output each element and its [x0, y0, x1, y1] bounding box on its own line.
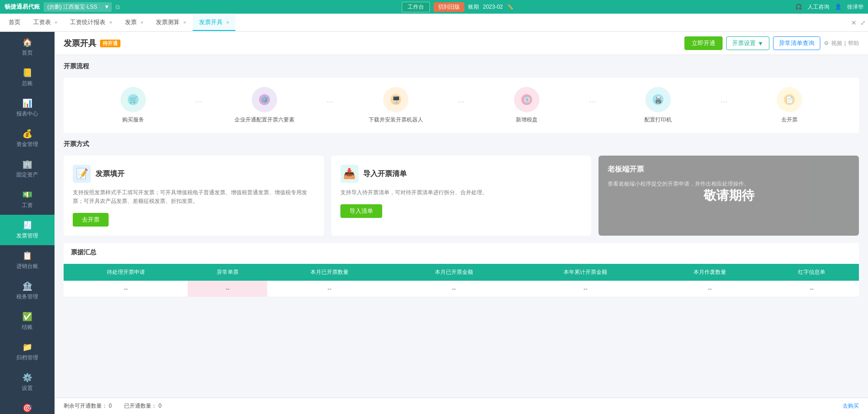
tab-invoice-tool-close[interactable]: ×	[226, 20, 229, 25]
tab-invoice[interactable]: 发票 ×	[119, 15, 150, 31]
copy-icon: ⧉	[115, 3, 120, 11]
cell-monthly-void: --	[655, 281, 765, 297]
period-edit-icon[interactable]: ✏️	[507, 4, 514, 10]
method-manual-title: 发票填开	[95, 169, 125, 179]
sidebar-item-settings[interactable]: ⚙️ 设置	[0, 367, 55, 398]
workspace-button[interactable]: 工作台	[402, 2, 430, 12]
company-selector[interactable]: (勿删) 江西服宝-LSS ▼	[44, 2, 112, 12]
sidebar-item-funds[interactable]: 💰 资金管理	[0, 123, 55, 154]
flow-arrow-1: ···	[195, 97, 202, 114]
sidebar-item-salary[interactable]: 💵 工资	[0, 184, 55, 215]
tab-salary-report[interactable]: 工资统计报表 ×	[64, 15, 118, 31]
used-label: 已开通数量：	[124, 403, 157, 409]
tab-home[interactable]: 首页	[2, 15, 27, 31]
summary-table: 待处理开票申请 异常单票 本月已开票数量 本月已开票金额 本年累计开票金额 本月…	[64, 264, 859, 297]
header-actions: 立即开通 开票设置 ▼ 异常清单查询 ⚙ 视频 | 帮助	[684, 36, 859, 50]
tab-salary-report-close[interactable]: ×	[109, 20, 112, 25]
buy-service-icon: 🛒	[120, 87, 146, 112]
main-layout: 🏠 首页 📒 总账 📊 报表中心 💰 资金管理 🏢 固定资产 💵 工资 🧾 发票…	[0, 32, 868, 414]
flow-arrow-2: ···	[327, 97, 334, 114]
guide-icon: 🎯	[22, 403, 32, 413]
top-bar: 畅捷通易代账 (勿删) 江西服宝-LSS ▼ ⧉ 工作台 切到旧版 账期 202…	[0, 0, 868, 14]
flow-step-download-robot: 🖥️ 下载并安装开票机器人	[335, 87, 456, 124]
archive-icon: 📁	[22, 342, 32, 352]
tab-bar: 首页 工资表 × 工资统计报表 × 发票 × 发票测算 × 发票开具 × ✕ ⤢	[0, 14, 868, 32]
customer-service-label[interactable]: 人工咨询	[808, 3, 829, 11]
help-views-label[interactable]: 视频	[831, 40, 842, 47]
flow-step-config-printer: 🖨️ 配置打印机	[598, 87, 718, 124]
sidebar-item-assets[interactable]: 🏢 固定资产	[0, 154, 55, 184]
sidebar-item-guide[interactable]: 🎯 新手引导	[0, 398, 55, 414]
add-taxdisk-label: 新增税盘	[516, 116, 538, 124]
col-monthly-count: 本月已开票数量	[267, 264, 391, 281]
buy-link[interactable]: 去购买	[843, 402, 859, 410]
tab-salary[interactable]: 工资表 ×	[27, 15, 64, 31]
coming-soon-label: 敬请期待	[703, 187, 754, 204]
home-icon: 🏠	[22, 37, 32, 47]
tab-invoice-calc[interactable]: 发票测算 ×	[150, 15, 192, 31]
flow-arrow-5: ···	[720, 97, 727, 114]
page-content: 开票流程 🛒 购买服务 ··· ⚙️ 企业开通配置开票六要素 ···	[55, 55, 868, 398]
tab-salary-close[interactable]: ×	[55, 20, 57, 25]
cell-pending: --	[64, 281, 188, 297]
sidebar-item-reports[interactable]: 📊 报表中心	[0, 93, 55, 123]
sidebar-item-reconcile[interactable]: ✅ 结账	[0, 306, 55, 337]
tax-mgmt-icon: 🏦	[22, 281, 32, 291]
col-monthly-void: 本月作废数量	[655, 264, 765, 281]
flow-step-add-taxdisk: 💿 新增税盘	[467, 87, 588, 124]
page-header: 发票开具 待开通 立即开通 开票设置 ▼ 异常清单查询 ⚙ 视频 | 帮助	[55, 32, 868, 55]
svg-text:🖥️: 🖥️	[392, 96, 400, 104]
flow-step-open-invoice: 📄 去开票	[729, 87, 850, 124]
sidebar-item-invoice-mgmt[interactable]: 🧾 发票管理	[0, 215, 55, 245]
purchase-sales-icon: 📋	[22, 251, 32, 261]
period-label: 账期	[468, 3, 479, 11]
top-bar-right: 🎧 人工咨询 👤 徐泽华	[795, 3, 863, 11]
bottom-bar: 剩余可开通数量： 0 已开通数量： 0 去购买	[55, 398, 868, 414]
sidebar-item-archive[interactable]: 📁 归档管理	[0, 337, 55, 367]
tab-invoice-calc-close[interactable]: ×	[183, 20, 186, 25]
methods-row: 📝 发票填开 支持按照发票样式手工填写开发票；可开具增值税电子普通发票、增值税普…	[64, 156, 859, 236]
sidebar-item-tax-mgmt[interactable]: 🏦 税务管理	[0, 276, 55, 306]
tab-invoice-close[interactable]: ×	[140, 20, 143, 25]
open-now-button[interactable]: 立即开通	[684, 36, 723, 50]
switch-old-version-button[interactable]: 切到旧版	[434, 2, 464, 12]
settings-icon: ⚙️	[22, 373, 32, 383]
sidebar-item-purchase-sales[interactable]: 📋 进销台账	[0, 245, 55, 276]
method-import-btn[interactable]: 导入清单	[340, 204, 382, 218]
summary-section-title: 票据汇总	[64, 243, 859, 257]
cell-red-info: --	[764, 281, 859, 297]
user-name[interactable]: 徐泽华	[847, 3, 863, 11]
config-enterprise-icon: ⚙️	[252, 87, 277, 112]
help-docs-label[interactable]: 帮助	[848, 40, 859, 47]
method-import-title: 导入开票清单	[363, 169, 407, 179]
cell-abnormal: --	[188, 281, 267, 297]
abnormal-query-button[interactable]: 异常清单查询	[773, 36, 820, 50]
buy-service-label: 购买服务	[122, 116, 144, 124]
app-logo: 畅捷通易代账	[5, 3, 40, 11]
method-boss-header: 老板端开票	[608, 165, 850, 174]
method-manual-btn[interactable]: 去开票	[73, 213, 109, 227]
settings-dropdown-icon: ▼	[758, 40, 763, 47]
open-settings-button[interactable]: 开票设置 ▼	[726, 36, 769, 50]
col-red-info: 红字信息单	[764, 264, 859, 281]
company-dropdown-arrow: ▼	[104, 4, 110, 10]
open-invoice-label: 去开票	[781, 116, 798, 124]
reports-icon: 📊	[22, 98, 32, 108]
svg-text:🛒: 🛒	[129, 96, 137, 104]
tab-expand-icon[interactable]: ⤢	[860, 19, 866, 26]
method-import-icon: 📥	[340, 165, 359, 183]
svg-text:⚙️: ⚙️	[260, 96, 269, 104]
col-yearly-amount: 本年累计开票金额	[516, 264, 655, 281]
method-manual-header: 📝 发票填开	[73, 165, 315, 183]
tab-invoice-tool[interactable]: 发票开具 ×	[193, 15, 235, 31]
sidebar-item-home[interactable]: 🏠 首页	[0, 32, 55, 62]
sidebar-item-ledger[interactable]: 📒 总账	[0, 62, 55, 93]
cell-monthly-count: --	[267, 281, 391, 297]
method-manual-desc: 支持按照发票样式手工填写开发票；可开具增值税电子普通发票、增值税普通发票、增值税…	[73, 188, 315, 206]
col-pending: 待处理开票申请	[64, 264, 188, 281]
method-manual-icon: 📝	[73, 165, 91, 183]
ledger-icon: 📒	[22, 68, 32, 78]
settings-circle-icon: ⚙	[824, 40, 829, 46]
tab-close-all-icon[interactable]: ✕	[851, 19, 857, 26]
customer-service-icon: 🎧	[795, 4, 802, 10]
